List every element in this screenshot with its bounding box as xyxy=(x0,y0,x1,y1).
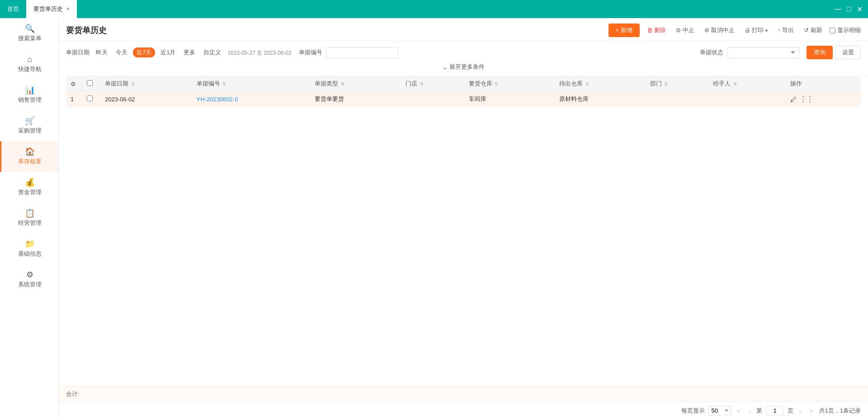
th-date[interactable]: 单据日期 ⇅ xyxy=(100,76,192,92)
th-doctype[interactable]: 单据类型 ⇅ xyxy=(310,76,401,92)
page-header: 要货单历史 + 新增 🗑 删除 ⊘ 中止 ⊘ 取消中止 🖨 打印 ▾ ↑ 导出 … xyxy=(59,18,868,41)
row-index: 1 xyxy=(66,92,82,107)
new-button[interactable]: + 新增 xyxy=(609,24,640,37)
next-page-btn[interactable]: › xyxy=(797,406,804,415)
sidebar-item-finance[interactable]: 💰 资金管理 xyxy=(0,172,58,203)
sort-icon-department: ⇅ xyxy=(664,81,668,86)
row-store xyxy=(401,92,464,107)
top-bar: 首页 要货单历史 × — □ ✕ xyxy=(0,0,868,18)
date-btn-1month[interactable]: 近1月 xyxy=(158,48,178,57)
per-page-select[interactable]: 50 20 100 xyxy=(708,406,731,415)
prev-page-btn[interactable]: ‹ xyxy=(746,406,753,415)
sidebar-item-nav-label: 快捷导航 xyxy=(18,65,42,73)
data-table: ⚙ 单据日期 ⇅ 单据编号 ⇅ xyxy=(66,76,861,107)
expand-more-btn[interactable]: ⌄ 展开更多条件 xyxy=(66,63,861,71)
date-btn-today[interactable]: 今天 xyxy=(113,48,130,57)
tab-bar: 首页 要货单历史 × xyxy=(0,0,77,18)
filter-row: 单据日期 昨天 今天 近7天 近1月 更多 自定义 2023-05-27 至 2… xyxy=(66,46,861,59)
date-btn-more[interactable]: 更多 xyxy=(181,48,198,57)
tab-home[interactable]: 首页 xyxy=(0,0,26,18)
cancel-suspend-button[interactable]: ⊘ 取消中止 xyxy=(702,24,737,36)
main-layout: 🔍 搜索菜单 ⌂ 快捷导航 📊 销售管理 🛒 采购管理 🏠 库存核算 💰 资金管… xyxy=(0,18,868,419)
row-handler xyxy=(708,92,785,107)
sort-icon-handler: ⇅ xyxy=(733,81,737,86)
refresh-button[interactable]: ↺ 刷新 xyxy=(801,24,825,36)
row-select-checkbox[interactable] xyxy=(87,95,93,101)
sidebar-item-basic[interactable]: 📁 基础信息 xyxy=(0,233,58,264)
basic-icon: 📁 xyxy=(25,240,35,248)
page-input[interactable] xyxy=(766,406,784,415)
row-docno-link[interactable]: YH-20230602-0 xyxy=(197,96,238,103)
show-detail-label-text: 显示明细 xyxy=(837,26,861,34)
total-info: 共1页，1条记录 xyxy=(819,407,861,415)
date-range-text: 2023-05-27 至 2023-06-02 xyxy=(227,49,291,57)
first-page-btn[interactable]: « xyxy=(735,406,743,415)
sidebar-item-nav[interactable]: ⌂ 快捷导航 xyxy=(0,49,58,80)
suspend-button[interactable]: ⊘ 中止 xyxy=(673,24,697,36)
pagination-bar: 每页显示 50 20 100 « ‹ 第 页 › » 共1页，1条记录 xyxy=(59,402,868,419)
last-page-btn[interactable]: » xyxy=(807,406,816,415)
system-icon: ⚙ xyxy=(26,271,33,279)
operations-icon: 📋 xyxy=(25,209,35,217)
print-button[interactable]: 🖨 打印 ▾ xyxy=(742,24,771,36)
window-controls: — □ ✕ xyxy=(834,5,868,14)
page-suffix: 页 xyxy=(788,407,793,415)
row-docno[interactable]: YH-20230602-0 xyxy=(192,92,311,107)
export-button[interactable]: ↑ 导出 xyxy=(775,24,797,36)
docno-filter-group: 单据编号 xyxy=(299,47,398,58)
maximize-icon[interactable]: □ xyxy=(847,5,851,13)
sidebar-item-system-label: 系统管理 xyxy=(18,281,42,289)
select-all-checkbox[interactable] xyxy=(87,80,93,86)
query-button[interactable]: 查询 xyxy=(807,46,833,59)
date-filter-label: 单据日期 xyxy=(66,48,90,57)
show-detail-checkbox[interactable] xyxy=(830,28,835,33)
content-area: 要货单历史 + 新增 🗑 删除 ⊘ 中止 ⊘ 取消中止 🖨 打印 ▾ ↑ 导出 … xyxy=(59,18,868,419)
minimize-icon[interactable]: — xyxy=(834,5,841,13)
date-filter-group: 单据日期 昨天 今天 近7天 近1月 更多 自定义 2023-05-27 至 2… xyxy=(66,48,292,57)
row-req-warehouse: 车间库 xyxy=(464,92,555,107)
sort-icon-req-warehouse: ⇅ xyxy=(495,81,498,86)
summary-label: 合计: xyxy=(66,390,80,397)
th-store[interactable]: 门店 ⇅ xyxy=(401,76,464,92)
row-checkbox xyxy=(82,92,100,107)
delete-button[interactable]: 🗑 删除 xyxy=(644,24,669,36)
print-dropdown-icon[interactable]: ▾ xyxy=(765,28,768,33)
settings-button[interactable]: 设置 xyxy=(835,46,861,59)
th-action: 操作 xyxy=(786,76,861,92)
action-icons: 🖊 ⋮⋮ xyxy=(790,95,856,103)
th-department[interactable]: 部门 ⇅ xyxy=(646,76,709,92)
status-filter-label: 单据状态 xyxy=(700,48,723,57)
date-btn-yesterday[interactable]: 昨天 xyxy=(93,48,110,57)
sidebar-item-inventory[interactable]: 🏠 库存核算 xyxy=(0,141,58,172)
settings-icon[interactable]: ⚙ xyxy=(71,81,76,87)
docno-input[interactable] xyxy=(326,47,398,58)
show-detail-toggle[interactable]: 显示明细 xyxy=(830,26,861,34)
more-icon[interactable]: ⋮⋮ xyxy=(800,95,813,103)
th-docno[interactable]: 单据编号 ⇅ xyxy=(192,76,311,92)
inventory-icon: 🏠 xyxy=(25,148,35,156)
sidebar-item-purchase-label: 采购管理 xyxy=(18,127,42,135)
th-handler[interactable]: 经手人 ⇅ xyxy=(708,76,785,92)
status-select[interactable] xyxy=(727,47,799,58)
tab-close-icon[interactable]: × xyxy=(66,6,70,12)
sidebar-item-system[interactable]: ⚙ 系统管理 xyxy=(0,264,58,295)
expand-more-icon: ⌄ xyxy=(443,64,448,71)
th-pending-warehouse[interactable]: 待出仓库 ⇅ xyxy=(555,76,646,92)
th-settings[interactable]: ⚙ xyxy=(66,76,82,92)
th-req-warehouse[interactable]: 要货仓库 ⇅ xyxy=(464,76,555,92)
row-actions: 🖊 ⋮⋮ xyxy=(786,92,861,107)
sidebar-item-search[interactable]: 🔍 搜索菜单 xyxy=(0,18,58,49)
th-checkbox xyxy=(82,76,100,92)
sort-icon-docno: ⇅ xyxy=(222,81,226,86)
tab-doc-history-label: 要货单历史 xyxy=(33,5,63,13)
close-icon[interactable]: ✕ xyxy=(857,5,863,14)
date-shortcuts: 昨天 今天 近7天 近1月 更多 自定义 xyxy=(93,48,224,57)
table-row: 1 2023-06-02 YH-20230602-0 要货单要货 车间库 原材料… xyxy=(66,92,861,107)
sidebar-item-purchase[interactable]: 🛒 采购管理 xyxy=(0,110,58,141)
edit-icon[interactable]: 🖊 xyxy=(790,95,797,103)
sidebar-item-operations[interactable]: 📋 经营管理 xyxy=(0,203,58,233)
sidebar-item-sales[interactable]: 📊 销售管理 xyxy=(0,80,58,110)
date-btn-7days[interactable]: 近7天 xyxy=(133,48,155,57)
date-btn-custom[interactable]: 自定义 xyxy=(201,48,224,57)
tab-doc-history[interactable]: 要货单历史 × xyxy=(26,0,77,18)
